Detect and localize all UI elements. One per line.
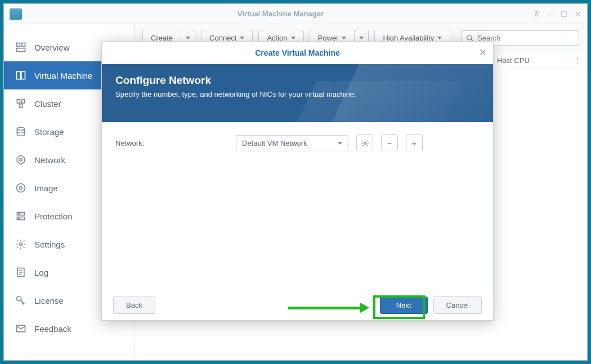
svg-point-16 bbox=[20, 243, 23, 246]
sidebar-item-label: Virtual Machine bbox=[34, 71, 92, 80]
chevron-down-icon bbox=[240, 37, 244, 39]
protection-icon bbox=[14, 209, 28, 223]
svg-point-23 bbox=[467, 35, 472, 39]
sidebar-item-label: Storage bbox=[34, 127, 64, 137]
chevron-down-icon bbox=[291, 37, 296, 39]
svg-point-15 bbox=[19, 218, 20, 219]
svg-rect-1 bbox=[22, 43, 25, 47]
svg-rect-4 bbox=[21, 71, 25, 79]
sidebar-item-label: Overview bbox=[34, 43, 70, 52]
dialog-body: Network: Default VM Network − + bbox=[102, 122, 493, 290]
svg-point-8 bbox=[17, 128, 24, 131]
dialog-title: Create Virtual Machine bbox=[255, 48, 340, 57]
sidebar-item-label: Settings bbox=[34, 240, 65, 249]
sidebar-item-label: Protection bbox=[34, 212, 73, 221]
sidebar-item-label: Log bbox=[34, 268, 48, 277]
svg-point-14 bbox=[19, 213, 20, 214]
svg-point-25 bbox=[364, 142, 366, 144]
svg-rect-5 bbox=[17, 100, 20, 104]
dialog-footer: Back Next Cancel bbox=[102, 290, 493, 320]
close-window-icon[interactable]: ✕ bbox=[575, 10, 581, 19]
network-icon bbox=[14, 153, 28, 167]
maximize-icon[interactable]: ☐ bbox=[561, 10, 568, 19]
remove-nic-button[interactable]: − bbox=[381, 134, 398, 151]
network-value: Default VM Network bbox=[242, 139, 307, 147]
gear-icon bbox=[361, 139, 369, 147]
pin-icon[interactable]: ⊼ bbox=[534, 10, 539, 19]
back-button[interactable]: Back bbox=[113, 296, 155, 314]
window-controls: ⊼ — ☐ ✕ bbox=[534, 10, 581, 19]
cancel-button[interactable]: Cancel bbox=[433, 296, 482, 314]
dialog-header: Create Virtual Machine ✕ bbox=[102, 42, 493, 64]
minimize-icon[interactable]: — bbox=[546, 10, 554, 19]
app-icon bbox=[10, 8, 22, 20]
svg-rect-7 bbox=[20, 104, 23, 108]
storage-icon bbox=[14, 125, 28, 138]
column-header-host-cpu[interactable]: Host CPU ⋮ bbox=[491, 52, 587, 69]
next-button[interactable]: Next bbox=[380, 296, 428, 314]
sidebar-item-label: Image bbox=[34, 183, 58, 193]
chevron-down-icon bbox=[338, 142, 342, 145]
svg-rect-2 bbox=[17, 48, 25, 52]
banner-title: Configure Network bbox=[115, 74, 480, 87]
minus-icon: − bbox=[387, 138, 392, 148]
create-vm-dialog: Create Virtual Machine ✕ Configure Netwo… bbox=[101, 41, 494, 321]
settings-icon bbox=[14, 237, 28, 251]
chevron-down-icon bbox=[342, 37, 346, 39]
chevron-down-icon bbox=[186, 37, 190, 39]
window-title: Virtual Machine Manager bbox=[28, 10, 534, 18]
column-menu-icon[interactable]: ⋮ bbox=[574, 56, 581, 65]
log-icon bbox=[14, 266, 28, 279]
feedback-icon bbox=[14, 322, 28, 335]
settings-icon-button[interactable] bbox=[356, 134, 373, 151]
svg-rect-6 bbox=[22, 100, 25, 104]
svg-rect-3 bbox=[17, 71, 21, 79]
image-icon bbox=[14, 181, 28, 195]
dialog-banner: Configure Network Specify the number, ty… bbox=[102, 64, 493, 122]
sidebar-item-label: License bbox=[34, 296, 64, 305]
close-icon[interactable]: ✕ bbox=[479, 47, 486, 58]
overview-icon bbox=[14, 41, 28, 54]
add-nic-button[interactable]: + bbox=[406, 134, 423, 151]
banner-subtitle: Specify the number, type, and networking… bbox=[115, 90, 480, 98]
network-select[interactable]: Default VM Network bbox=[236, 135, 348, 151]
chevron-down-icon bbox=[437, 37, 442, 39]
titlebar: Virtual Machine Manager ⊼ — ☐ ✕ bbox=[4, 4, 587, 24]
sidebar-item-label: Feedback bbox=[34, 324, 71, 334]
svg-point-9 bbox=[20, 159, 23, 161]
vm-icon bbox=[14, 69, 28, 82]
license-icon bbox=[14, 294, 28, 307]
sidebar-item-label: Cluster bbox=[34, 99, 61, 109]
chevron-down-icon bbox=[359, 37, 364, 39]
network-label: Network: bbox=[115, 139, 228, 147]
cluster-icon bbox=[14, 97, 28, 110]
network-row: Network: Default VM Network − + bbox=[115, 134, 480, 151]
svg-point-10 bbox=[17, 184, 25, 192]
plus-icon: + bbox=[412, 138, 417, 148]
svg-rect-0 bbox=[17, 43, 20, 47]
svg-point-11 bbox=[20, 187, 23, 190]
sidebar-item-label: Network bbox=[34, 155, 65, 165]
